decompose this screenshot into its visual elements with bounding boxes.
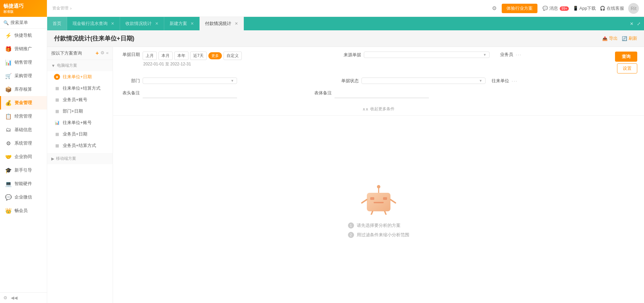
date-btn-7days[interactable]: 近7天 <box>190 52 207 60</box>
tab-new-scheme-close[interactable]: ✕ <box>191 21 194 26</box>
scheme-item-s7[interactable]: ▦ 业务员+结算方式 <box>47 140 113 151</box>
sidebar-item-operation[interactable]: 📋 经营管理 <box>0 110 47 123</box>
source-filter-group: 来源单据 ▼ <box>341 52 490 58</box>
sidebar-item-finance[interactable]: 💰 资金管理 <box>0 96 47 110</box>
sidebar-item-label: 基础信息 <box>14 127 32 133</box>
date-btn-more[interactable]: 更多 <box>208 52 222 59</box>
trial-btn[interactable]: 体验行业方案 <box>502 4 537 13</box>
sidebar-item-label: 采购管理 <box>14 73 32 79</box>
salesman-dots-btn[interactable]: ··· <box>516 52 522 57</box>
tab-payment-stats-label: 付款情况统计 <box>205 21 231 27</box>
scheme-collapse-icon[interactable]: « <box>106 50 109 56</box>
scheme-item-s1[interactable]: ● 往来单位+日期 <box>47 71 113 83</box>
setting-btn[interactable]: 设置 <box>617 63 637 73</box>
hint-num-1: 1 <box>348 222 354 229</box>
sidebar-item-enterprise[interactable]: 🤝 企业协同 <box>0 150 47 163</box>
sidebar-item-wechat[interactable]: 💬 企业微信 <box>0 190 47 204</box>
date-controls: 上月 本月 本年 近7天 更多 自定义 2022-01-01 至 2022-12… <box>143 52 242 67</box>
sidebar-item-guide[interactable]: 🎓 新手引导 <box>0 163 47 177</box>
collapse-more-btn[interactable]: ∧∧ 收起更多条件 <box>113 103 644 116</box>
scheme-item-s3[interactable]: ▦ 业务员+账号 <box>47 94 113 105</box>
sidebar-item-sales[interactable]: 📊 销售管理 <box>0 56 47 69</box>
breadcrumb-arrow: › <box>70 6 71 11</box>
scheme-item-icon-s5: 📊 <box>54 120 60 126</box>
tab-home[interactable]: 首页 <box>47 17 67 30</box>
filter-row-1: 单据日期 上月 本月 本年 近7天 更多 自定义 2022-01-01 至 20… <box>120 52 637 73</box>
tab-expand[interactable]: ⤢ <box>637 21 641 26</box>
scheme-panel: 按以下方案查询 + ⚙ « ▼ 电脑端方案 ● 往来单位+日期 ▦ 往来单位+结… <box>47 47 113 303</box>
scheme-item-s4[interactable]: ▦ 部门+日期 <box>47 105 113 117</box>
sidebar-item-purchase[interactable]: 🛒 采购管理 <box>0 69 47 83</box>
sidebar-item-label: 库存核算 <box>14 86 32 92</box>
content-area: 按以下方案查询 + ⚙ « ▼ 电脑端方案 ● 往来单位+日期 ▦ 往来单位+结… <box>47 47 644 303</box>
body-note-input[interactable] <box>334 88 429 98</box>
scheme-item-s6[interactable]: ▦ 业务员+日期 <box>47 128 113 140</box>
counterpart-dots-btn[interactable]: ··· <box>512 78 518 84</box>
scheme-item-label-s4: 部门+日期 <box>63 108 83 114</box>
svg-line-8 <box>371 211 373 215</box>
tab-bank-flow-close[interactable]: ✕ <box>111 21 114 26</box>
sidebar-item-marketing[interactable]: 🎁 营销推广 <box>0 42 47 56</box>
sidebar-item-inventory[interactable]: 📦 库存核算 <box>0 83 47 96</box>
scheme-settings-icon[interactable]: ⚙ <box>100 50 105 56</box>
source-select[interactable]: ▼ <box>364 52 490 58</box>
user-avatar[interactable]: Rit <box>628 3 639 14</box>
body-note-group: 表体备注 <box>312 88 500 98</box>
search-menu[interactable]: 🔍 搜索菜单 <box>0 17 47 29</box>
tab-payment-stats-close[interactable]: ✕ <box>235 21 238 26</box>
logo-subtext: 标准版 <box>3 9 24 14</box>
tab-receipt-stats-close[interactable]: ✕ <box>155 21 158 26</box>
scheme-desktop-label: 电脑端方案 <box>57 63 77 68</box>
export-btn[interactable]: 📤 导出 <box>602 35 618 41</box>
svg-rect-1 <box>370 197 374 200</box>
sidebar-item-label: 资金管理 <box>14 100 32 106</box>
app-download[interactable]: 📱 App下载 <box>573 5 596 11</box>
date-btn-this-month[interactable]: 本月 <box>158 52 173 60</box>
sidebar-item-basic[interactable]: 🗂 基础信息 <box>0 123 47 137</box>
header-note-input[interactable] <box>143 88 237 98</box>
online-service[interactable]: 🎧 在线客服 <box>600 5 624 11</box>
date-btn-custom[interactable]: 自定义 <box>224 52 242 60</box>
salesman-label: 业务员 <box>493 52 513 58</box>
doc-status-select[interactable]: ▼ <box>361 78 486 84</box>
sidebar-item-hardware[interactable]: 💻 智能硬件 <box>0 177 47 190</box>
sidebar-item-member[interactable]: 👑 畅会员 <box>0 204 47 217</box>
marketing-icon: 🎁 <box>5 46 12 52</box>
date-btn-this-year[interactable]: 本年 <box>174 52 188 60</box>
svg-line-7 <box>390 200 396 203</box>
refresh-btn[interactable]: 🔄 刷新 <box>622 35 637 41</box>
tab-bank-flow[interactable]: 现金银行流水查询 ✕ <box>67 17 120 30</box>
topbar: 资金管理 › ⚙ 体验行业方案 💬 消息 99+ 📱 App下载 🎧 在线客服 <box>47 0 644 17</box>
settings-bottom-icon[interactable]: ⚙ <box>3 295 7 300</box>
doc-status-label: 单据状态 <box>339 78 359 84</box>
topbar-actions: ⚙ 体验行业方案 💬 消息 99+ 📱 App下载 🎧 在线客服 Rit <box>492 3 639 14</box>
sidebar-item-quick-nav[interactable]: ⚡ 快捷导航 <box>0 29 47 42</box>
query-btn[interactable]: 查询 <box>615 52 637 62</box>
collapse-sidebar-icon[interactable]: ◀◀ <box>11 295 18 300</box>
member-icon: 👑 <box>5 207 12 214</box>
tab-close-all[interactable]: ✕ <box>630 21 634 26</box>
counterpart-filter-group: 往来单位 ··· <box>489 78 606 84</box>
empty-hint-1: 1 请先选择要分析的方案 <box>348 222 409 229</box>
dept-select[interactable]: ▼ <box>143 78 237 84</box>
scheme-panel-title-text: 按以下方案查询 <box>51 50 82 56</box>
scheme-item-s5[interactable]: 📊 往来单位+账号 <box>47 117 113 128</box>
scheme-item-icon-s6: ▦ <box>54 131 60 137</box>
message-area[interactable]: 💬 消息 99+ <box>543 5 569 11</box>
message-icon: 💬 <box>543 6 548 11</box>
tab-payment-stats[interactable]: 付款情况统计 ✕ <box>200 17 244 30</box>
tab-receipt-stats[interactable]: 收款情况统计 ✕ <box>120 17 164 30</box>
sidebar-item-system[interactable]: ⚙ 系统管理 <box>0 137 47 150</box>
date-btn-last-month[interactable]: 上月 <box>143 52 157 60</box>
svg-line-9 <box>385 211 386 215</box>
tab-new-scheme[interactable]: 新建方案 ✕ <box>164 17 200 30</box>
salesman-filter-group: 业务员 ··· <box>493 52 612 58</box>
scheme-item-s2[interactable]: ▦ 往来单位+结算方式 <box>47 83 113 94</box>
scheme-desktop-group[interactable]: ▼ 电脑端方案 <box>47 60 113 71</box>
settings-icon[interactable]: ⚙ <box>492 5 497 11</box>
add-scheme-icon[interactable]: + <box>95 50 98 56</box>
hint-text-2: 用过滤条件来缩小分析范围 <box>357 232 409 238</box>
source-label: 来源单据 <box>341 52 361 58</box>
tab-receipt-stats-label: 收款情况统计 <box>125 21 152 27</box>
scheme-mobile-group[interactable]: ▶ 移动端方案 <box>47 153 113 164</box>
